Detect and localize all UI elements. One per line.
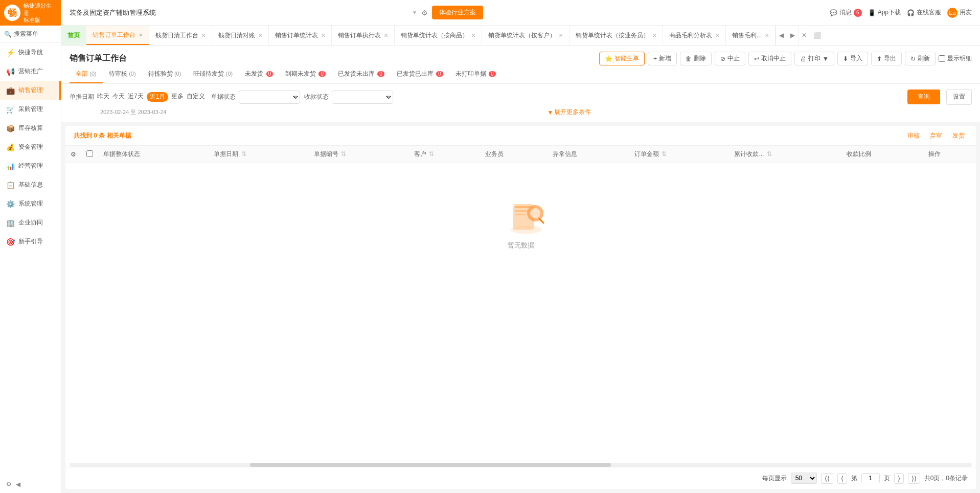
smart-create-btn[interactable]: ⭐ 智能生单 <box>599 52 645 65</box>
export-btn[interactable]: ⬆ 导出 <box>871 52 902 65</box>
experience-btn[interactable]: 体验行业方案 <box>432 6 483 19</box>
scrollbar-thumb[interactable] <box>250 463 611 467</box>
date-today[interactable]: 今天 <box>112 92 125 102</box>
page-prev-btn[interactable]: ⟨ <box>837 473 847 484</box>
status-filter-select[interactable] <box>239 91 300 104</box>
sidebar-item-guide[interactable]: 🎯 新手引导 <box>0 232 61 251</box>
user-profile-btn[interactable]: Ea 用友 <box>947 8 972 18</box>
tab-sales-order[interactable]: 销售订单工作台 ✕ <box>86 26 149 45</box>
tab-close-cash-daily[interactable]: ✕ <box>201 33 206 38</box>
tab-home[interactable]: 首页 <box>61 26 86 45</box>
tab-close-sales-stat[interactable]: ✕ <box>321 33 325 38</box>
sub-tab-all[interactable]: 全部 (0) <box>70 65 103 83</box>
date-custom[interactable]: 自定义 <box>187 92 205 102</box>
tab-close-sales-order[interactable]: ✕ <box>139 32 143 38</box>
tab-close-all[interactable]: ✕ <box>798 26 810 45</box>
sidebar-item-marketing[interactable]: 📢 营销推广 <box>0 62 61 81</box>
print-btn[interactable]: 🖨 打印 ▼ <box>794 52 834 65</box>
sort-collected-icon[interactable]: ⇅ <box>767 150 772 158</box>
tab-sales-stat[interactable]: 销售订单统计表 ✕ <box>269 26 332 45</box>
filter-setting-btn[interactable]: 设置 <box>946 89 972 105</box>
delete-btn[interactable]: 🗑 删除 <box>680 52 712 65</box>
sidebar-item-inventory[interactable]: 📦 库存核算 <box>0 119 61 138</box>
tab-sales-exec[interactable]: 销售订单执行表 ✕ <box>332 26 395 45</box>
tab-maximize[interactable]: ⬜ <box>810 26 824 45</box>
sub-tab-not-printed[interactable]: 未打印单据 0 <box>449 65 502 83</box>
collect-filter-select[interactable] <box>332 91 393 104</box>
show-detail-checkbox-label[interactable]: 显示明细 <box>939 54 972 63</box>
tab-close-sales-more[interactable]: ✕ <box>765 33 769 38</box>
column-settings-icon[interactable]: ⚙ <box>71 151 76 158</box>
count-value: 0 <box>94 132 97 139</box>
sidebar-item-purchase[interactable]: 🛒 采购管理 <box>0 100 61 119</box>
sidebar-item-enterprise[interactable]: 🏢 企业协同 <box>0 213 61 232</box>
tab-close-sales-exec[interactable]: ✕ <box>384 33 388 38</box>
page-next-btn[interactable]: ⟩ <box>894 473 904 484</box>
sidebar-item-quick-nav[interactable]: ⚡ 快捷导航 <box>0 43 61 62</box>
sub-tab-not-shipped[interactable]: 未发货 0 <box>239 65 279 83</box>
tab-close-sales-product[interactable]: ✕ <box>471 33 475 38</box>
online-service-btn[interactable]: 🎧 在线客服 <box>907 8 941 17</box>
stop-btn[interactable]: ⊘ 中止 <box>715 52 745 65</box>
date-1month[interactable]: 近1月 <box>147 92 169 102</box>
tab-close-cash-reconcile[interactable]: ✕ <box>258 33 262 38</box>
table-scroll[interactable]: ⚙ 单据整体状态 单据日期 ⇅ <box>65 146 976 463</box>
query-btn[interactable]: 查询 <box>907 89 940 104</box>
audit-quick-btn[interactable]: 审核 <box>904 130 923 141</box>
tab-close-gross-profit[interactable]: ✕ <box>715 33 719 38</box>
tab-cash-reconcile[interactable]: 钱货日清对账 ✕ <box>212 26 269 45</box>
settings-gear-icon[interactable]: ⚙ <box>421 9 428 17</box>
tab-close-sales-customer[interactable]: ✕ <box>559 33 563 38</box>
cancel-stop-btn[interactable]: ↩ 取消中止 <box>748 52 791 65</box>
tab-gross-profit[interactable]: 商品毛利分析表 ✕ <box>663 26 726 45</box>
logo-text: 畅捷通好生意 标准版 <box>24 2 57 24</box>
tab-sales-staff[interactable]: 销货单统计表（按业务员） ✕ <box>569 26 663 45</box>
tab-sales-customer[interactable]: 销货单统计表（按客户） ✕ <box>482 26 569 45</box>
import-btn[interactable]: ⬇ 导入 <box>837 52 868 65</box>
tab-sales-more[interactable]: 销售毛利... ✕ <box>726 26 776 45</box>
refresh-btn[interactable]: ↻ 刷新 <box>905 52 936 65</box>
sidebar-item-system[interactable]: ⚙️ 系统管理 <box>0 194 61 213</box>
sidebar-item-base-info[interactable]: 📋 基础信息 <box>0 175 61 194</box>
page-size-select[interactable]: 50 100 <box>791 473 817 484</box>
tab-cash-daily[interactable]: 钱货日清工作台 ✕ <box>149 26 212 45</box>
new-btn[interactable]: + 新增 <box>648 52 677 65</box>
sub-tab-shipped-not-warehoused[interactable]: 已发货未出库 0 <box>332 65 391 83</box>
sidebar-item-operations[interactable]: 📊 经营管理 <box>0 156 61 175</box>
sub-tab-shipped-warehoused[interactable]: 已发货已出库 0 <box>391 65 449 83</box>
ship-quick-btn[interactable]: 发货 <box>949 130 968 141</box>
sidebar-item-sales[interactable]: 💼 销售管理 <box>0 81 61 100</box>
sidebar-item-finance[interactable]: 💰 资金管理 <box>0 138 61 156</box>
tab-sales-product[interactable]: 销货单统计表（按商品） ✕ <box>395 26 482 45</box>
date-more[interactable]: 更多 <box>171 92 184 102</box>
tab-nav-next[interactable]: ▶ <box>787 26 798 45</box>
select-all-checkbox[interactable] <box>86 150 93 157</box>
sub-tab-pending-check[interactable]: 待拣验货 (0) <box>142 65 188 83</box>
show-detail-checkbox[interactable] <box>939 55 945 62</box>
sidebar-logo: 畅 畅捷通好生意 标准版 <box>0 0 61 26</box>
logo-icon: 畅 <box>4 5 20 21</box>
sidebar-footer[interactable]: ⚙ ◀ <box>0 476 61 493</box>
sort-date-icon[interactable]: ⇅ <box>241 150 246 158</box>
page-input[interactable] <box>861 473 880 483</box>
sort-customer-icon[interactable]: ⇅ <box>429 150 434 158</box>
sort-number-icon[interactable]: ⇅ <box>341 150 346 158</box>
sub-tab-wangpu-ship[interactable]: 旺铺待发货 (0) <box>187 65 239 83</box>
sub-tab-pending-review[interactable]: 待审核 (0) <box>103 65 142 83</box>
sidebar-item-search[interactable]: 🔍 搜索菜单 <box>0 26 61 43</box>
date-yesterday[interactable]: 昨天 <box>97 92 109 102</box>
sort-amount-icon[interactable]: ⇅ <box>662 150 667 158</box>
date-7days[interactable]: 近7天 <box>128 92 144 102</box>
import-icon: ⬇ <box>843 55 848 62</box>
sub-tab-overdue-ship[interactable]: 到期未发货 0 <box>279 65 332 83</box>
app-download-btn[interactable]: 📱 App下载 <box>868 8 901 17</box>
page-last-btn[interactable]: ⟩⟩ <box>908 473 920 484</box>
print-dropdown[interactable]: ▼ <box>823 55 829 62</box>
message-btn[interactable]: 💬 消息 6 <box>830 8 862 17</box>
tab-nav-prev[interactable]: ◀ <box>776 26 787 45</box>
tab-close-sales-staff[interactable]: ✕ <box>652 33 656 38</box>
horizontal-scrollbar[interactable] <box>70 463 972 467</box>
page-first-btn[interactable]: ⟨⟨ <box>821 473 833 484</box>
unaudit-quick-btn[interactable]: 弃审 <box>927 130 945 141</box>
expand-filter-btn[interactable]: ▼ 展开更多条件 <box>547 108 591 117</box>
